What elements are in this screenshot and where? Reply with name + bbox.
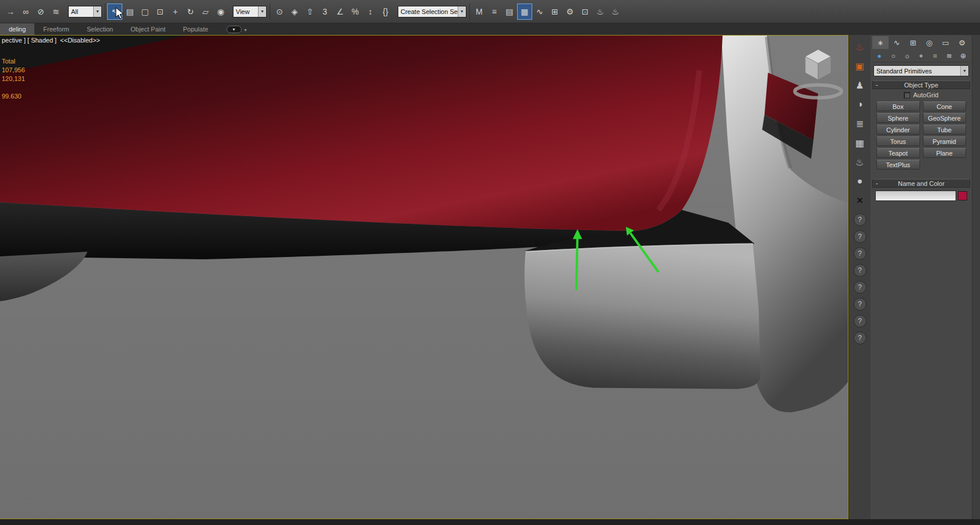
percent-snap-icon[interactable]: %	[348, 3, 363, 20]
bind-to-space-warp-icon[interactable]: ≋	[48, 3, 63, 20]
box-button[interactable]: Box	[876, 101, 920, 111]
ribbon-minimize-button[interactable]	[227, 26, 242, 33]
ribbon-options-caret-icon[interactable]	[245, 26, 247, 33]
curve-editor-icon[interactable]: ∿	[532, 3, 547, 20]
plane-button[interactable]: Plane	[923, 148, 967, 158]
angle-snap-icon[interactable]: ∠	[332, 3, 348, 20]
display-tab[interactable]: ▭	[937, 36, 954, 49]
chevron-down-icon	[258, 6, 266, 17]
tube-button[interactable]: Tube	[923, 125, 967, 135]
layer-stack-icon[interactable]: ≣	[851, 115, 869, 132]
select-and-manipulate-icon[interactable]: ◈	[287, 3, 302, 20]
vertical-toolbar: ♨ ▣ ♟ ◑ ≣ ▦ ♨ ● × ? ? ?	[848, 35, 871, 519]
object-type-rollout-header[interactable]: - Object Type	[872, 80, 970, 89]
missing-tool-button[interactable]: ?	[854, 281, 866, 294]
character-rig-icon[interactable]: ♟	[851, 77, 869, 93]
render-iterative-icon[interactable]: ♨	[608, 3, 623, 20]
render-production-icon[interactable]: ♨	[593, 3, 608, 20]
ribbon-tab[interactable]: Object Paint	[122, 23, 174, 35]
mirror-icon[interactable]: M	[472, 3, 487, 20]
grid-wall-icon[interactable]: ▦	[851, 135, 869, 151]
motion-tab[interactable]: ◎	[921, 36, 937, 49]
create-tab[interactable]: ∗	[872, 36, 889, 49]
systems-category[interactable]: ⊕	[956, 50, 970, 62]
statistics-line: 120,131	[2, 75, 25, 83]
material-editor-icon[interactable]: ▣	[851, 58, 869, 74]
select-and-rotate-icon[interactable]: ↻	[183, 3, 198, 20]
snaps-toggle-3d-icon[interactable]: 3	[317, 3, 332, 20]
missing-tool-button[interactable]: ?	[854, 315, 866, 327]
selection-filter-value: All	[71, 8, 78, 15]
ribbon-tab[interactable]: Freeform	[34, 23, 78, 35]
cameras-category[interactable]: ⌖	[914, 50, 928, 62]
named-selection-set-dropdown[interactable]: Create Selection Se	[398, 6, 466, 17]
rollout-collapse-icon: -	[876, 81, 878, 88]
render-teapot-icon[interactable]: ♨	[851, 38, 869, 55]
missing-tool-button[interactable]: ?	[854, 213, 866, 226]
cone-button[interactable]: Cone	[923, 101, 967, 111]
autogrid-checkbox[interactable]	[904, 92, 910, 98]
geometry-category[interactable]: ●	[872, 50, 886, 62]
toggle-ribbon-icon[interactable]: ▦	[517, 3, 532, 20]
rectangular-selection-region-icon[interactable]: ▢	[137, 3, 153, 20]
hierarchy-tab[interactable]: ⊞	[905, 36, 921, 49]
ribbon-tab[interactable]: Populate	[174, 23, 217, 35]
keyboard-shortcut-override-icon[interactable]: ⇧	[302, 3, 317, 20]
edit-named-selection-sets-icon[interactable]: {}	[378, 3, 393, 20]
torus-button[interactable]: Torus	[876, 136, 920, 146]
dock-arrow-icon[interactable]: →	[3, 3, 18, 20]
ribbon-tab[interactable]: Selection	[78, 23, 122, 35]
textplus-button[interactable]: TextPlus	[876, 160, 920, 170]
missing-tool-button[interactable]: ?	[854, 332, 866, 344]
teapot-outline-icon[interactable]: ♨	[851, 154, 869, 170]
align-icon[interactable]: ≡	[487, 3, 502, 20]
lights-category[interactable]: ☼	[900, 50, 914, 62]
statistics-line: Total	[2, 57, 25, 66]
missing-tool-button[interactable]: ?	[854, 247, 866, 260]
checker-sphere-icon[interactable]: ◑	[851, 96, 869, 112]
render-setup-icon[interactable]: ⚙	[562, 3, 578, 20]
ribbon-tab[interactable]: deling	[0, 23, 34, 35]
missing-tool-button[interactable]: ?	[854, 298, 866, 311]
reference-coordinate-dropdown[interactable]: View	[233, 6, 267, 17]
viewport-statistics: Total107,956120,13199.630	[2, 57, 25, 101]
mud-flap-shape	[525, 244, 760, 389]
name-color-rollout-header[interactable]: - Name and Color	[872, 179, 970, 188]
modify-tab[interactable]: ∿	[889, 36, 905, 49]
select-and-place-icon[interactable]: ◉	[213, 3, 228, 20]
perspective-viewport[interactable]: pective ] [ Shaded ] <<Disabled>> Total1…	[0, 35, 848, 519]
select-and-scale-icon[interactable]: ▱	[198, 3, 213, 20]
helpers-category[interactable]: ⌗	[928, 50, 942, 62]
space-warps-category[interactable]: ≋	[942, 50, 956, 62]
select-and-link-icon[interactable]: ∞	[18, 3, 33, 20]
rendered-frame-window-icon[interactable]: ⊡	[578, 3, 593, 20]
dark-sphere-icon[interactable]: ●	[851, 173, 869, 189]
shapes-category[interactable]: ○	[886, 50, 900, 62]
statistics-line	[2, 83, 25, 92]
object-color-swatch[interactable]	[958, 191, 967, 200]
select-by-name-icon[interactable]: ▤	[122, 3, 137, 20]
geosphere-button[interactable]: GeoSphere	[923, 113, 967, 123]
primitive-type-dropdown[interactable]: Standard Primitives	[873, 65, 969, 76]
use-pivot-point-center-icon[interactable]: ⊙	[272, 3, 287, 20]
panel-scroll-gutter[interactable]	[972, 35, 980, 519]
utilities-tab[interactable]: ⚙	[954, 36, 970, 49]
missing-tool-button[interactable]: ?	[854, 230, 866, 243]
sphere-button[interactable]: Sphere	[876, 113, 920, 123]
select-object-icon[interactable]: ↖	[107, 3, 122, 20]
window-crossing-icon[interactable]: ⊡	[153, 3, 168, 20]
spinner-snap-icon[interactable]: ↕	[363, 3, 378, 20]
viewport-label[interactable]: pective ] [ Shaded ] <<Disabled>>	[2, 37, 100, 44]
pyramid-button[interactable]: Pyramid	[923, 136, 967, 146]
unlink-selection-icon[interactable]: ⊘	[33, 3, 48, 20]
close-x-icon[interactable]: ×	[851, 192, 869, 209]
autogrid-label: AutoGrid	[913, 91, 938, 98]
selection-filter-dropdown[interactable]: All	[68, 6, 102, 17]
missing-tool-button[interactable]: ?	[854, 264, 866, 277]
toggle-layer-explorer-icon[interactable]: ▤	[502, 3, 517, 20]
cylinder-button[interactable]: Cylinder	[876, 125, 920, 135]
object-name-field[interactable]	[875, 191, 956, 201]
schematic-view-icon[interactable]: ⊞	[547, 3, 562, 20]
select-and-move-icon[interactable]: +	[168, 3, 183, 20]
teapot-button[interactable]: Teapot	[876, 148, 920, 158]
